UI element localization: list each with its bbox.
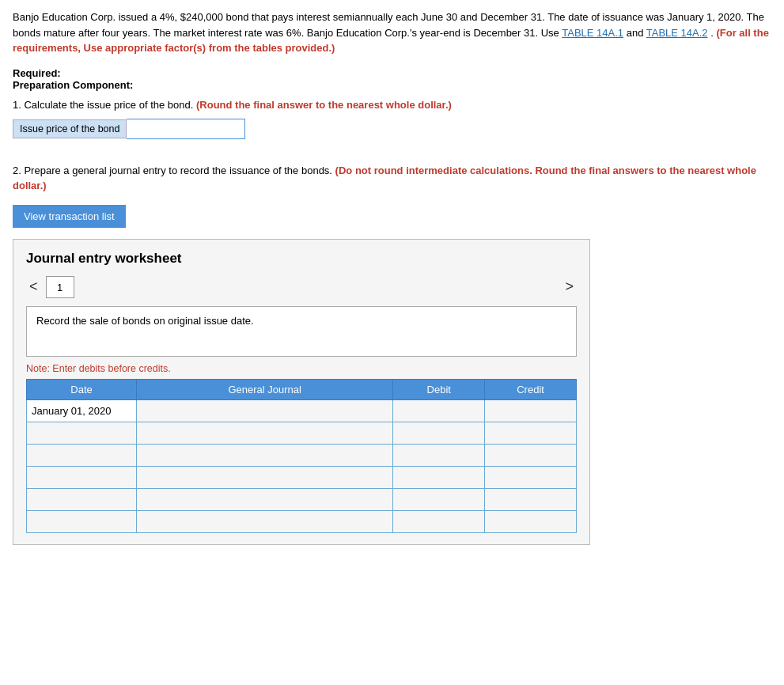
table-14a2-link[interactable]: TABLE 14A.2 [646,27,708,39]
credit-input[interactable] [485,445,576,466]
general-journal-input[interactable] [137,489,392,510]
table-row [27,510,577,532]
debit-cell[interactable] [393,422,485,444]
general-journal-cell[interactable] [137,510,393,532]
credit-cell[interactable] [485,466,577,488]
col-header-date: Date [27,379,137,399]
required-section: Required: Preparation Component: [13,67,771,91]
general-journal-cell[interactable] [137,422,393,444]
page-number: 1 [46,276,74,298]
journal-table: Date General Journal Debit Credit [26,379,577,533]
date-input[interactable] [27,467,136,488]
table-row [27,422,577,444]
debit-input[interactable] [393,511,484,532]
view-transaction-button[interactable]: View transaction list [13,205,126,228]
issue-price-input[interactable] [127,119,245,139]
date-input[interactable] [27,511,136,532]
date-cell[interactable] [27,488,137,510]
question-2: 2. Prepare a general journal entry to re… [13,163,771,194]
table-row [27,488,577,510]
credit-input[interactable] [485,422,576,444]
general-journal-input[interactable] [137,511,392,532]
debit-input[interactable] [393,400,484,422]
credit-input[interactable] [485,511,576,532]
prep-label: Preparation Component: [13,79,771,91]
date-input[interactable] [27,489,136,510]
date-cell[interactable] [27,422,137,444]
date-cell[interactable] [27,444,137,466]
general-journal-input[interactable] [137,467,392,488]
description-box: Record the sale of bonds on original iss… [26,306,577,357]
debit-cell[interactable] [393,466,485,488]
credit-cell[interactable] [485,510,577,532]
date-input[interactable] [27,445,136,466]
intro-paragraph: Banjo Education Corp. issued a 4%, $240,… [13,9,771,56]
date-input[interactable] [27,400,136,422]
table-row [27,466,577,488]
q1-round-note: (Round the final answer to the nearest w… [196,99,452,111]
q2-text: 2. Prepare a general journal entry to re… [13,165,332,176]
credit-cell[interactable] [485,399,577,422]
date-cell[interactable] [27,466,137,488]
table-row [27,444,577,466]
general-journal-input[interactable] [137,400,392,422]
general-journal-input[interactable] [137,445,392,466]
table-row [27,399,577,422]
credit-input[interactable] [485,467,576,488]
general-journal-cell[interactable] [137,399,393,422]
journal-worksheet-container: Journal entry worksheet < 1 > Record the… [13,239,590,545]
intro-text-part2: and [627,27,646,39]
col-header-debit: Debit [393,379,485,399]
debit-cell[interactable] [393,444,485,466]
credit-cell[interactable] [485,488,577,510]
col-header-credit: Credit [485,379,577,399]
debit-input[interactable] [393,489,484,510]
issue-price-label: Issue price of the bond [13,119,127,138]
credit-input[interactable] [485,489,576,510]
description-text: Record the sale of bonds on original iss… [36,315,254,327]
note-text: Note: Enter debits before credits. [26,363,577,374]
debit-input[interactable] [393,445,484,466]
date-input[interactable] [27,422,136,444]
issue-price-row: Issue price of the bond [13,119,771,139]
debit-cell[interactable] [393,488,485,510]
next-button[interactable]: > [562,278,577,295]
general-journal-cell[interactable] [137,466,393,488]
col-header-general-journal: General Journal [137,379,393,399]
journal-worksheet-title: Journal entry worksheet [26,251,577,267]
general-journal-cell[interactable] [137,444,393,466]
general-journal-cell[interactable] [137,488,393,510]
date-cell[interactable] [27,399,137,422]
q1-text: 1. Calculate the issue price of the bond… [13,99,193,111]
debit-cell[interactable] [393,399,485,422]
credit-cell[interactable] [485,422,577,444]
question-1: 1. Calculate the issue price of the bond… [13,99,771,111]
debit-input[interactable] [393,467,484,488]
debit-input[interactable] [393,422,484,444]
nav-row: < 1 > [26,276,577,298]
date-cell[interactable] [27,510,137,532]
table-14a1-link[interactable]: TABLE 14A.1 [562,27,623,39]
prev-button[interactable]: < [26,278,41,295]
credit-input[interactable] [485,400,576,422]
debit-cell[interactable] [393,510,485,532]
required-label: Required: [13,67,771,79]
general-journal-input[interactable] [137,422,392,444]
credit-cell[interactable] [485,444,577,466]
